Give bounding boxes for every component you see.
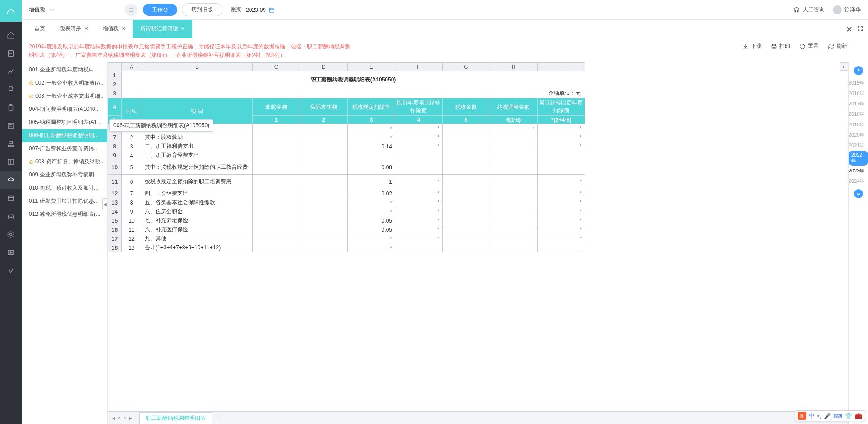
- cell[interactable]: [490, 160, 538, 175]
- sheet-nav-prev[interactable]: ‹: [118, 415, 121, 421]
- col-H[interactable]: H: [490, 63, 538, 71]
- ime-toolbox-icon[interactable]: 🧰: [855, 413, 862, 419]
- cell[interactable]: 9: [122, 207, 142, 216]
- period-picker[interactable]: 2023-09: [246, 7, 275, 13]
- cell[interactable]: [490, 124, 538, 133]
- year-2023年[interactable]: 2023年: [849, 166, 868, 176]
- ime-keyboard-icon[interactable]: ⌨: [834, 413, 842, 419]
- cell[interactable]: 六、住房公积金: [142, 207, 253, 216]
- nav-chart-icon[interactable]: [0, 62, 22, 81]
- nav-video-icon[interactable]: [0, 243, 22, 262]
- cell[interactable]: 1: [348, 175, 395, 189]
- cell[interactable]: [253, 216, 300, 225]
- fullscreen-icon[interactable]: [857, 25, 863, 32]
- cell[interactable]: [300, 234, 348, 243]
- cell[interactable]: [253, 225, 300, 234]
- tab-close-icon[interactable]: ✕: [84, 26, 88, 32]
- cell[interactable]: 13: [122, 243, 142, 252]
- cell[interactable]: [253, 198, 300, 207]
- ime-toolbar[interactable]: S 中 •, 🎤 ⌨ 👕 🧰: [795, 410, 865, 421]
- cell[interactable]: 4: [122, 151, 142, 160]
- cell[interactable]: [253, 124, 300, 133]
- ime-lang[interactable]: 中: [809, 412, 815, 420]
- cell[interactable]: [443, 124, 490, 133]
- cell[interactable]: [253, 243, 300, 252]
- refresh-button[interactable]: 刷新: [828, 43, 847, 50]
- nav-stamp-icon[interactable]: [0, 135, 22, 153]
- nav-home-icon[interactable]: [0, 26, 22, 44]
- cell[interactable]: 7: [122, 189, 142, 198]
- cell[interactable]: 0.05: [348, 225, 395, 234]
- nav-v-icon[interactable]: [0, 262, 22, 280]
- cell[interactable]: [538, 175, 585, 189]
- ime-skin-icon[interactable]: 👕: [845, 413, 852, 419]
- collapse-handle[interactable]: ◀: [102, 198, 108, 210]
- cell[interactable]: [538, 234, 585, 243]
- col-B[interactable]: B: [142, 63, 253, 71]
- cell[interactable]: [395, 207, 443, 216]
- form-item-11[interactable]: 012-减免所得税优惠明细表(...: [22, 208, 107, 221]
- cell[interactable]: [443, 189, 490, 198]
- tab-3[interactable]: 所得税汇算清缴✕: [133, 20, 192, 38]
- cell[interactable]: [395, 133, 443, 142]
- cell[interactable]: 10: [122, 216, 142, 225]
- cell[interactable]: [253, 133, 300, 142]
- cell[interactable]: [490, 234, 538, 243]
- sheet-nav-next[interactable]: ›: [123, 415, 127, 421]
- cell[interactable]: [348, 133, 395, 142]
- cell[interactable]: 按税收规定全额扣除的职工培训费用: [142, 175, 253, 189]
- cell[interactable]: [395, 124, 443, 133]
- cell[interactable]: [490, 216, 538, 225]
- year-2022年[interactable]: 2022年: [849, 151, 868, 166]
- cell[interactable]: [395, 160, 443, 175]
- cell[interactable]: 0.14: [348, 142, 395, 151]
- cell[interactable]: [538, 133, 585, 142]
- cell[interactable]: [253, 234, 300, 243]
- cell[interactable]: [490, 198, 538, 207]
- cell[interactable]: [253, 160, 300, 175]
- cell[interactable]: [538, 243, 585, 252]
- cell[interactable]: [490, 175, 538, 189]
- form-item-4[interactable]: 005-纳税调整项目明细表(A1...: [22, 116, 107, 129]
- col-E[interactable]: E: [348, 63, 395, 71]
- cell[interactable]: [348, 198, 395, 207]
- cell[interactable]: 11: [122, 225, 142, 234]
- cell[interactable]: [395, 198, 443, 207]
- col-F[interactable]: F: [395, 63, 443, 71]
- ime-punct-icon[interactable]: •,: [817, 413, 821, 419]
- cell[interactable]: 二、职工福利费支出: [142, 142, 253, 151]
- nav-archive-icon[interactable]: [0, 189, 22, 207]
- cell[interactable]: 其中：股权激励: [142, 133, 253, 142]
- cell[interactable]: [443, 243, 490, 252]
- form-item-10[interactable]: 011-研发费用加计扣除优惠...: [22, 195, 107, 208]
- cell[interactable]: [253, 189, 300, 198]
- cell[interactable]: [490, 243, 538, 252]
- ime-mic-icon[interactable]: 🎤: [824, 413, 831, 419]
- cell[interactable]: [443, 160, 490, 175]
- reset-button[interactable]: 重置: [799, 43, 819, 50]
- form-item-8[interactable]: 009-企业所得税弥补亏损明...: [22, 168, 107, 181]
- col-I[interactable]: I: [538, 63, 585, 71]
- nav-inbox-icon[interactable]: [0, 207, 22, 225]
- cell[interactable]: [395, 225, 443, 234]
- cell[interactable]: [300, 243, 348, 252]
- close-all-icon[interactable]: ✕: [846, 24, 853, 34]
- cell[interactable]: [538, 160, 585, 175]
- tab-0[interactable]: 首页: [27, 20, 52, 38]
- support-button[interactable]: 人工咨询: [793, 6, 825, 14]
- cell[interactable]: 0.08: [348, 160, 395, 175]
- cell[interactable]: [300, 133, 348, 142]
- cell[interactable]: [348, 151, 395, 160]
- tax-type-select[interactable]: 增值税: [29, 6, 119, 14]
- nav-money-icon[interactable]: [0, 81, 22, 99]
- sheet-tab[interactable]: 职工薪酬纳税调整明细表: [139, 412, 212, 424]
- cell[interactable]: [300, 225, 348, 234]
- cell[interactable]: 八、补充医疗保险: [142, 225, 253, 234]
- cell[interactable]: [443, 151, 490, 160]
- tab-close-icon[interactable]: ✕: [122, 26, 126, 32]
- cell[interactable]: [348, 124, 395, 133]
- cell[interactable]: [253, 142, 300, 151]
- cell[interactable]: 2: [122, 133, 142, 142]
- cell[interactable]: [443, 207, 490, 216]
- user-menu[interactable]: 徐泽华: [833, 5, 861, 14]
